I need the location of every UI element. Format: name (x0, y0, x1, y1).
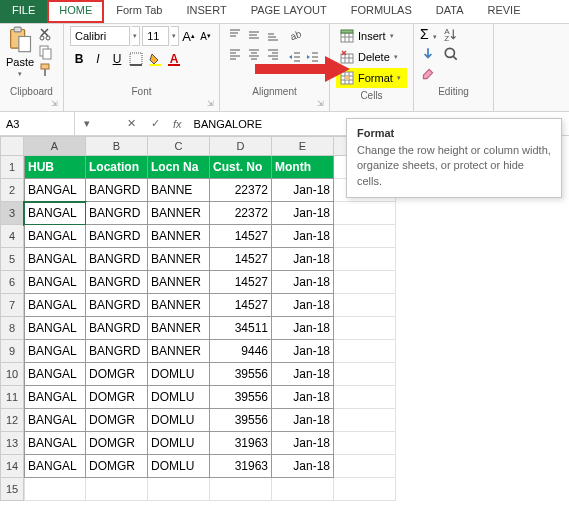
cell[interactable]: Location (86, 156, 148, 179)
cell[interactable] (334, 386, 396, 409)
cell[interactable]: Jan-18 (272, 363, 334, 386)
font-dialog-launcher[interactable]: ⇲ (207, 99, 217, 109)
column-header[interactable]: E (272, 136, 334, 156)
tab-file[interactable]: FILE (0, 0, 47, 23)
cell[interactable]: BANGAL (24, 179, 86, 202)
cell[interactable]: Month (272, 156, 334, 179)
cell[interactable]: DOMGR (86, 455, 148, 478)
clipboard-dialog-launcher[interactable]: ⇲ (51, 99, 61, 109)
cell[interactable]: BANNER (148, 271, 210, 294)
column-header[interactable]: D (210, 136, 272, 156)
row-header[interactable]: 11 (0, 386, 24, 409)
cell[interactable]: BANGAL (24, 317, 86, 340)
cell[interactable]: BANNE (148, 179, 210, 202)
fill-button-icon[interactable] (420, 46, 436, 62)
cell[interactable]: BANGAL (24, 409, 86, 432)
sort-filter-icon[interactable]: AZ (443, 26, 459, 42)
name-box-dropdown[interactable]: ▾ (75, 117, 99, 130)
row-header[interactable]: 8 (0, 317, 24, 340)
align-middle-icon[interactable] (245, 26, 263, 44)
cell[interactable] (334, 455, 396, 478)
column-header[interactable]: B (86, 136, 148, 156)
cell[interactable]: BANGAL (24, 386, 86, 409)
orientation-icon[interactable]: ab (286, 26, 304, 44)
font-color-button[interactable]: A (165, 50, 183, 68)
cell[interactable]: 14527 (210, 294, 272, 317)
font-size-select[interactable]: 11 (142, 26, 169, 46)
cell[interactable] (334, 225, 396, 248)
row-header[interactable]: 2 (0, 179, 24, 202)
cell[interactable]: 14527 (210, 248, 272, 271)
row-header[interactable]: 10 (0, 363, 24, 386)
cell[interactable]: 14527 (210, 271, 272, 294)
cell[interactable] (334, 294, 396, 317)
column-header[interactable]: A (24, 136, 86, 156)
cell[interactable]: BANNER (148, 294, 210, 317)
cell[interactable] (210, 478, 272, 501)
cell[interactable]: DOMGR (86, 432, 148, 455)
cell[interactable]: Jan-18 (272, 432, 334, 455)
row-header[interactable]: 1 (0, 156, 24, 179)
tab-formulas[interactable]: FORMULAS (339, 0, 424, 23)
cell[interactable]: Jan-18 (272, 179, 334, 202)
alignment-dialog-launcher[interactable]: ⇲ (317, 99, 327, 109)
row-header[interactable]: 7 (0, 294, 24, 317)
italic-button[interactable]: I (89, 50, 107, 68)
cell[interactable]: DOMLU (148, 409, 210, 432)
row-header[interactable]: 13 (0, 432, 24, 455)
select-all-corner[interactable] (0, 136, 24, 156)
cell[interactable]: 9446 (210, 340, 272, 363)
font-name-dropdown[interactable]: ▾ (132, 26, 140, 46)
cell[interactable] (334, 432, 396, 455)
cell[interactable]: BANGRD (86, 271, 148, 294)
font-name-select[interactable]: Calibri (70, 26, 130, 46)
cell[interactable] (334, 478, 396, 501)
cell[interactable]: 22372 (210, 179, 272, 202)
cell[interactable]: BANGRD (86, 340, 148, 363)
tab-data[interactable]: DATA (424, 0, 476, 23)
cell[interactable] (272, 478, 334, 501)
cell[interactable]: BANNER (148, 248, 210, 271)
find-select-icon[interactable] (443, 46, 459, 62)
cell[interactable]: Jan-18 (272, 271, 334, 294)
decrease-indent-icon[interactable] (286, 48, 304, 66)
cell[interactable]: BANGRD (86, 248, 148, 271)
column-header[interactable]: C (148, 136, 210, 156)
cell[interactable]: Jan-18 (272, 294, 334, 317)
cut-icon[interactable] (38, 26, 54, 42)
row-header[interactable]: 5 (0, 248, 24, 271)
cell[interactable]: BANGAL (24, 271, 86, 294)
cell[interactable]: BANGAL (24, 340, 86, 363)
clear-button-icon[interactable] (420, 66, 436, 82)
fill-color-button[interactable] (146, 50, 164, 68)
cell[interactable]: 34511 (210, 317, 272, 340)
cell[interactable]: Jan-18 (272, 340, 334, 363)
row-header[interactable]: 14 (0, 455, 24, 478)
cell[interactable]: BANGAL (24, 202, 86, 225)
cell[interactable]: Jan-18 (272, 409, 334, 432)
delete-cells-button[interactable]: Delete ▾ (336, 47, 407, 67)
cancel-formula-icon[interactable]: ✕ (119, 117, 143, 130)
increase-font-icon[interactable]: A▴ (181, 27, 196, 45)
cell[interactable]: BANGRD (86, 294, 148, 317)
name-box[interactable]: A3 (0, 112, 75, 135)
cell[interactable]: HUB (24, 156, 86, 179)
row-header[interactable]: 15 (0, 478, 24, 501)
cell[interactable]: BANNER (148, 317, 210, 340)
cell[interactable]: BANNER (148, 202, 210, 225)
cell[interactable]: BANGRD (86, 202, 148, 225)
cell[interactable]: 31963 (210, 455, 272, 478)
font-size-dropdown[interactable]: ▾ (171, 26, 179, 46)
cell[interactable]: BANGRD (86, 179, 148, 202)
cell[interactable] (334, 409, 396, 432)
align-top-icon[interactable] (226, 26, 244, 44)
cell[interactable]: 39556 (210, 409, 272, 432)
cell[interactable] (24, 478, 86, 501)
cell[interactable]: BANGAL (24, 225, 86, 248)
tab-home[interactable]: HOME (47, 0, 104, 23)
cell[interactable]: Cust. No (210, 156, 272, 179)
bold-button[interactable]: B (70, 50, 88, 68)
cell[interactable]: 39556 (210, 363, 272, 386)
cell[interactable] (334, 202, 396, 225)
cell[interactable]: BANGAL (24, 363, 86, 386)
